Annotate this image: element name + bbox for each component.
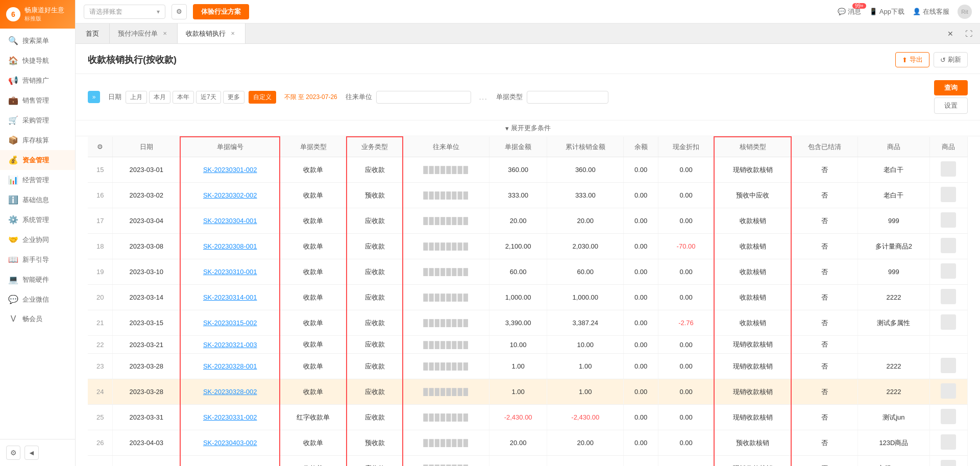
cell-doc_no[interactable]: SK-20230314-001 <box>180 285 280 310</box>
cell-goods2 <box>929 208 967 234</box>
cell-goods: 2222 <box>858 285 930 310</box>
date-filter-group: 日期 上月本月本年近7天更多 自定义 <box>108 91 276 104</box>
goods-thumbnail <box>941 212 956 228</box>
cell-writeoff_type: 现销收款核销 <box>714 405 791 430</box>
cell-doc_type: 收款单 <box>280 336 347 354</box>
tab-close-writeoff[interactable]: ✕ <box>229 30 237 38</box>
cell-doc_no[interactable]: SK-20230321-003 <box>180 336 280 354</box>
cell-doc_type: 收款单 <box>280 310 347 336</box>
expand-bar[interactable]: ▾ 展开更多条件 <box>76 120 980 136</box>
cell-doc_type: 收款单 <box>280 354 347 379</box>
tab-prepay[interactable]: 预付冲应付单✕ <box>110 23 178 43</box>
col-header-doc_no: 单据编号 <box>180 137 280 157</box>
tab-writeoff[interactable]: 收款核销执行✕ <box>178 23 246 43</box>
tab-close-prepay[interactable]: ✕ <box>161 30 169 38</box>
date-btn-近7天[interactable]: 近7天 <box>196 91 221 104</box>
doc-no-link[interactable]: SK-20230308-001 <box>203 242 257 250</box>
topbar-gear-button[interactable]: ⚙ <box>172 4 187 19</box>
online-service-button[interactable]: 👤 在线客服 <box>913 7 949 16</box>
solution-button[interactable]: 体验行业方案 <box>193 4 249 19</box>
cell-doc_no[interactable]: SK-20230302-002 <box>180 183 280 208</box>
sidebar-item-operation[interactable]: 📊经营管理 <box>0 170 75 190</box>
voucher-type-select[interactable] <box>527 91 608 104</box>
tab-expand-button[interactable]: ⛶ <box>962 27 976 41</box>
counterpart-input[interactable] <box>376 91 471 104</box>
sidebar-item-hardware[interactable]: 💻智能硬件 <box>0 269 75 289</box>
app-download-button[interactable]: 📱 App下载 <box>869 7 904 16</box>
custom-date-button[interactable]: 自定义 <box>249 91 276 104</box>
doc-no-link[interactable]: SK-20230304-001 <box>203 217 257 225</box>
date-btn-本月[interactable]: 本月 <box>149 91 170 104</box>
cell-cash_discount: 0.00 <box>658 430 714 456</box>
doc-no-link[interactable]: SK-20230314-001 <box>203 293 257 301</box>
filter-toggle-button[interactable]: » <box>88 91 100 103</box>
date-btn-更多[interactable]: 更多 <box>223 91 244 104</box>
sidebar-item-basic[interactable]: ℹ️基础信息 <box>0 190 75 210</box>
settings-button[interactable]: ⚙ <box>6 446 20 460</box>
sidebar-item-wechat[interactable]: 💬企业微信 <box>0 289 75 309</box>
cell-cash_discount: 0.00 <box>658 336 714 354</box>
cell-balance: 0.00 <box>624 379 658 405</box>
sidebar-item-enterprise[interactable]: 🤝企业协同 <box>0 230 75 250</box>
cell-doc_no[interactable]: SK-20230328-001 <box>180 354 280 379</box>
query-button[interactable]: 查询 <box>934 80 968 95</box>
goods-thumbnail <box>941 187 956 202</box>
cell-doc_no[interactable]: SK-20230408-001 <box>180 456 280 467</box>
sidebar-item-purchase[interactable]: 🛒采购管理 <box>0 110 75 130</box>
cell-doc_no[interactable]: SK-20230331-002 <box>180 405 280 430</box>
tab-close-all-button[interactable]: ✕ <box>943 27 958 41</box>
goods-thumbnail <box>941 409 956 424</box>
doc-no-link[interactable]: SK-20230310-001 <box>203 268 257 276</box>
col-header-goods2: 商品 <box>929 137 967 157</box>
cell-goods2 <box>929 259 967 285</box>
sidebar-item-finance[interactable]: 💰资金管理 <box>0 150 75 170</box>
table-row: 172023-03-04SK-20230304-001收款单应收款███████… <box>88 208 968 234</box>
user-avatar[interactable]: Rit <box>958 5 972 19</box>
refresh-button[interactable]: ↺ 刷新 <box>934 52 968 67</box>
sidebar-item-quick[interactable]: 🏠快捷导航 <box>0 51 75 70</box>
cell-doc_no[interactable]: SK-20230328-002 <box>180 379 280 405</box>
cell-doc_no[interactable]: SK-20230308-001 <box>180 234 280 259</box>
cell-cumulative: 360.00 <box>547 157 624 183</box>
cell-writeoff_type: 收款核销 <box>714 310 791 336</box>
doc-no-link[interactable]: SK-20230321-003 <box>203 341 257 349</box>
doc-no-link[interactable]: SK-20230301-002 <box>203 166 257 174</box>
sidebar-item-search[interactable]: 🔍搜索菜单 <box>0 31 75 51</box>
cell-doc_no[interactable]: SK-20230315-002 <box>180 310 280 336</box>
cell-doc_no[interactable]: SK-20230403-002 <box>180 430 280 456</box>
cell-cumulative: 1.00 <box>547 379 624 405</box>
cell-num: 27 <box>88 456 113 467</box>
doc-no-link[interactable]: SK-20230328-001 <box>203 362 257 370</box>
date-btn-上月[interactable]: 上月 <box>126 91 147 104</box>
message-button[interactable]: 💬 消息 99+ <box>838 7 861 16</box>
tab-home[interactable]: 首页 <box>76 23 110 43</box>
cell-num: 20 <box>88 285 113 310</box>
sidebar-item-sales[interactable]: 💼销售管理 <box>0 90 75 110</box>
sidebar-item-member[interactable]: V畅会员 <box>0 309 75 329</box>
doc-no-link[interactable]: SK-20230315-002 <box>203 319 257 327</box>
cell-counterpart: ████████ <box>403 405 489 430</box>
filter-settings-button[interactable]: 设置 <box>934 97 968 114</box>
cell-doc_no[interactable]: SK-20230301-002 <box>180 157 280 183</box>
doc-no-link[interactable]: SK-20230302-002 <box>203 191 257 199</box>
cell-doc_no[interactable]: SK-20230310-001 <box>180 259 280 285</box>
account-selector[interactable]: 请选择账套 ▾ <box>84 5 165 19</box>
doc-no-link[interactable]: SK-20230403-002 <box>203 439 257 447</box>
expand-label: 展开更多条件 <box>511 124 551 133</box>
sidebar-item-marketing[interactable]: 📢营销推广 <box>0 70 75 90</box>
cell-writeoff_type: 现销收款核销 <box>714 379 791 405</box>
export-button[interactable]: ⬆ 导出 <box>895 52 929 67</box>
sidebar-item-system[interactable]: ⚙️系统管理 <box>0 210 75 230</box>
sidebar-item-inventory[interactable]: 📦库存核算 <box>0 130 75 150</box>
doc-no-link[interactable]: SK-20230328-002 <box>203 388 257 396</box>
cell-amount: 3,390.00 <box>489 310 547 336</box>
cell-date: 2023-03-04 <box>113 208 180 234</box>
doc-no-link[interactable]: SK-20230331-002 <box>203 413 257 421</box>
cell-date: 2023-03-21 <box>113 336 180 354</box>
date-btn-本年[interactable]: 本年 <box>173 91 194 104</box>
sidebar-item-guide[interactable]: 📖新手引导 <box>0 250 75 269</box>
cell-cash_discount: 0.00 <box>658 259 714 285</box>
cell-doc_no[interactable]: SK-20230304-001 <box>180 208 280 234</box>
collapse-button[interactable]: ◄ <box>24 446 39 460</box>
cell-goods2 <box>929 183 967 208</box>
